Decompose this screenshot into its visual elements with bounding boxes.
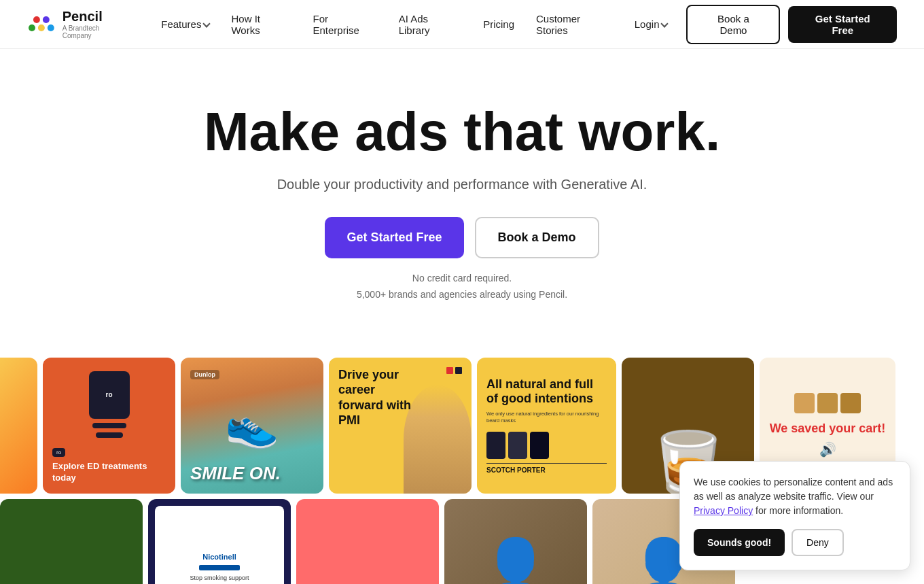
- nav-enterprise[interactable]: For Enterprise: [304, 7, 387, 41]
- person1-icon: 👤: [482, 535, 550, 584]
- nav-right: Login Book a Demo Get Started Free: [624, 5, 897, 44]
- privacy-policy-link[interactable]: Privacy Policy: [694, 505, 753, 516]
- svg-point-4: [48, 24, 54, 31]
- book-demo-button[interactable]: Book a Demo: [686, 5, 780, 44]
- hero-subtitle: Double your productivity and performance…: [277, 177, 647, 192]
- cookie-text: We use cookies to personalize content an…: [694, 475, 896, 518]
- nav-how-it-works[interactable]: How It Works: [221, 7, 300, 41]
- saved-text: We saved your cart!: [770, 422, 886, 436]
- ad-card-natural[interactable]: All natural and full of good intentions …: [477, 358, 616, 494]
- ed-graphic: ro: [89, 371, 130, 438]
- ad-card-career[interactable]: Drive your career forward with PMI: [329, 358, 472, 494]
- logo-name: Pencil: [63, 9, 130, 24]
- nav-features[interactable]: Features: [152, 13, 219, 35]
- login-button[interactable]: Login: [624, 13, 679, 35]
- natural-sub: We only use natural ingredients for our …: [486, 411, 607, 425]
- speaker-icon: 🔊: [819, 441, 836, 458]
- hero-section: Make ads that work. Double your producti…: [0, 49, 924, 344]
- scotch-porter-brand: SCOTCH PORTER: [486, 463, 607, 474]
- hero-ctas: Get Started Free Book a Demo: [325, 217, 599, 258]
- nav-pricing[interactable]: Pricing: [474, 13, 524, 35]
- nav-customer-stories[interactable]: Customer Stories: [527, 7, 624, 41]
- hero-get-started-button[interactable]: Get Started Free: [325, 217, 463, 258]
- natural-title: All natural and full of good intentions: [486, 377, 607, 407]
- get-started-button[interactable]: Get Started Free: [788, 6, 897, 43]
- cookie-accept-button[interactable]: Sounds good!: [694, 529, 785, 556]
- logo-sub: A Brandtech Company: [63, 24, 130, 39]
- svg-point-1: [43, 16, 50, 23]
- chevron-down-icon: [203, 20, 211, 27]
- career-text: Drive your career forward with PMI: [338, 367, 420, 428]
- cookie-buttons: Sounds good! Deny: [694, 529, 896, 556]
- ad-card-nicotinell[interactable]: Nicotinell Stop smoking support: [148, 499, 291, 584]
- pencil-logo-icon: [27, 10, 56, 39]
- scotch-porter-products: [486, 432, 549, 459]
- logo-text: Pencil A Brandtech Company: [63, 9, 130, 39]
- cookie-banner: We use cookies to personalize content an…: [679, 461, 910, 570]
- smile-text: SMILE ON.: [190, 463, 314, 484]
- svg-point-0: [33, 16, 40, 23]
- svg-point-2: [38, 24, 45, 31]
- ad-card-person1[interactable]: 👤: [444, 499, 587, 584]
- chevron-down-icon: [661, 20, 669, 27]
- ad-card-love-snack[interactable]: Some of us love a good snack!: [296, 499, 439, 584]
- ad-card-snack[interactable]: Need a nutritious snack?: [0, 499, 143, 584]
- ad-card-smile[interactable]: 👟 Dunlop SMILE ON.: [181, 358, 323, 494]
- saved-products: [769, 393, 886, 413]
- smile-brand: Dunlop: [190, 367, 219, 379]
- ed-text: Explore ED treatments today: [52, 461, 166, 484]
- logo[interactable]: Pencil A Brandtech Company: [27, 9, 130, 39]
- ad-card-partial: [0, 358, 37, 494]
- ed-tag: ro: [52, 448, 65, 457]
- navbar: Pencil A Brandtech Company Features How …: [0, 0, 924, 49]
- cookie-deny-button[interactable]: Deny: [792, 529, 844, 556]
- snack-bg: [0, 499, 143, 584]
- hero-title: Make ads that work.: [204, 103, 720, 160]
- nav-links: Features How It Works For Enterprise AI …: [152, 7, 624, 41]
- hero-book-demo-button[interactable]: Book a Demo: [475, 217, 599, 258]
- hero-note: No credit card required. 5,000+ brands a…: [357, 271, 567, 303]
- ad-card-ed[interactable]: ro ro Explore ED treatments today: [43, 358, 175, 494]
- svg-point-3: [29, 24, 35, 31]
- nav-ai-ads-library[interactable]: AI Ads Library: [389, 7, 472, 41]
- nav-left: Pencil A Brandtech Company Features How …: [27, 7, 624, 41]
- nicotinell-card-inner: Nicotinell Stop smoking support: [155, 506, 284, 584]
- pmi-logo: [446, 367, 462, 374]
